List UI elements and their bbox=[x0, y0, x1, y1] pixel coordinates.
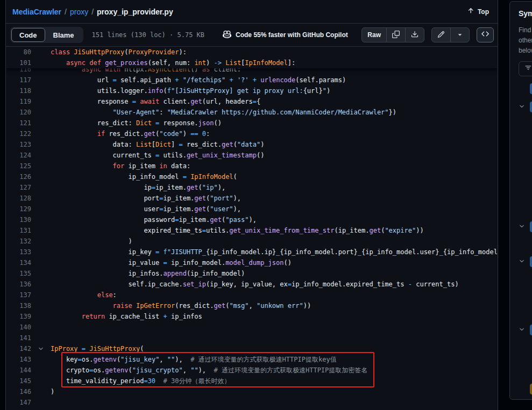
code-line-text: res_dict: Dict = response.json() bbox=[51, 118, 498, 128]
tab-code[interactable]: Code bbox=[11, 28, 45, 42]
gutter-space bbox=[31, 47, 51, 57]
chevron-down-icon[interactable] bbox=[519, 325, 525, 335]
line-number[interactable]: 141 bbox=[6, 333, 31, 343]
chevron-down-icon[interactable] bbox=[519, 222, 525, 232]
line-number[interactable]: 146 bbox=[6, 386, 31, 397]
line-number[interactable]: 136 bbox=[6, 279, 31, 290]
code-line: 126 ip_info_model = IpInfoModel( bbox=[6, 171, 498, 182]
line-number[interactable]: 120 bbox=[6, 107, 31, 118]
gutter-space bbox=[31, 118, 51, 128]
line-number[interactable]: 117 bbox=[6, 75, 31, 85]
line-number[interactable]: 145 bbox=[6, 376, 31, 386]
code-line-text: ip_infos.append(ip_info_model) bbox=[51, 268, 498, 279]
collapse-chevron-icon[interactable] bbox=[31, 343, 51, 354]
code-line-text: ip_key = f"JISUHTTP_{ip_info_model.ip}_{… bbox=[51, 247, 498, 257]
breadcrumb-file-name: proxy_ip_provider.py bbox=[97, 8, 173, 16]
code-line: 140 bbox=[6, 322, 498, 333]
line-number[interactable]: 80 bbox=[6, 47, 31, 57]
line-number[interactable]: 135 bbox=[6, 268, 31, 279]
code-line-text: url = self.api_path + "/fetchips" + '?' … bbox=[51, 75, 498, 85]
scroll-to-top-button[interactable]: Top bbox=[467, 7, 489, 16]
code-line: 117 url = self.api_path + "/fetchips" + … bbox=[6, 75, 498, 85]
code-line: 123 data: List[Dict] = res_dict.get("dat… bbox=[6, 139, 498, 150]
breadcrumb-repo-link[interactable]: MediaCrawler bbox=[12, 8, 61, 16]
code-line-text bbox=[51, 333, 498, 343]
line-number[interactable]: 101 bbox=[6, 57, 31, 68]
line-number[interactable]: 139 bbox=[6, 311, 31, 322]
code-line-text: utils.logger.info(f"[JiSuHttpProxy] get … bbox=[51, 85, 498, 96]
gutter-space bbox=[31, 161, 51, 171]
symbol-tree-item[interactable] bbox=[510, 322, 532, 337]
line-number[interactable]: 123 bbox=[6, 139, 31, 150]
copy-raw-button[interactable] bbox=[386, 28, 405, 42]
edit-file-button[interactable] bbox=[432, 28, 450, 42]
gutter-space bbox=[31, 290, 51, 300]
symbol-kind-badge bbox=[530, 83, 532, 94]
code-line-text: key=os.getenv("jisu_key", ""), # 通过环境变量的… bbox=[51, 354, 498, 365]
symbol-tree-item[interactable] bbox=[510, 99, 532, 114]
line-number[interactable]: 138 bbox=[6, 300, 31, 311]
code-line-text: for ip_item in data: bbox=[51, 161, 498, 171]
symbol-tree-item[interactable] bbox=[510, 219, 532, 234]
symbol-tree-item[interactable] bbox=[510, 254, 532, 269]
symbols-filter-input[interactable] bbox=[519, 61, 532, 76]
code-line: 124 current_ts = utils.get_unix_timestam… bbox=[6, 150, 498, 161]
symbol-tree-item[interactable] bbox=[510, 382, 532, 397]
line-number[interactable]: 137 bbox=[6, 290, 31, 300]
line-number[interactable]: 144 bbox=[6, 365, 31, 376]
symbols-panel: Symbols Find definitions and references … bbox=[509, 1, 532, 400]
line-number[interactable]: 121 bbox=[6, 118, 31, 128]
gutter-space bbox=[31, 75, 51, 85]
code-line: 142IpProxy = JiSuHttpProxy( bbox=[6, 343, 498, 354]
copilot-banner: Code 55% faster with GitHub Copilot bbox=[223, 30, 348, 40]
breadcrumb-dir-link[interactable]: proxy bbox=[70, 8, 88, 16]
chevron-down-icon[interactable] bbox=[519, 102, 525, 112]
symbol-tree-item[interactable] bbox=[510, 81, 532, 96]
gutter-space bbox=[31, 193, 51, 204]
symbols-desc-line: other symbols in this file by clicking a… bbox=[519, 35, 532, 46]
line-number[interactable]: 124 bbox=[6, 150, 31, 161]
line-number[interactable]: 129 bbox=[6, 204, 31, 214]
line-number[interactable]: 140 bbox=[6, 322, 31, 333]
raw-button-group: Raw bbox=[361, 27, 424, 42]
code-line-text: self.ip_cache.set_ip(ip_key, ip_value, e… bbox=[51, 279, 498, 290]
edit-options-dropdown[interactable] bbox=[450, 28, 469, 42]
line-number[interactable]: 132 bbox=[6, 236, 31, 247]
filter-icon bbox=[524, 64, 532, 74]
code-lines: 116 async with httpx.AsyncClient() as cl… bbox=[6, 47, 498, 408]
code-line: 119 response = await client.get(url, hea… bbox=[6, 96, 498, 107]
triangle-down-icon bbox=[456, 31, 464, 40]
gutter-space bbox=[31, 57, 51, 68]
code-symbols-icon bbox=[481, 30, 489, 40]
scroll-to-top-label: Top bbox=[478, 8, 489, 16]
code-line-text: return ip_cache_list + ip_infos bbox=[51, 311, 498, 322]
line-number[interactable]: 147 bbox=[6, 397, 31, 408]
code-line: 137 else: bbox=[6, 290, 498, 300]
line-number[interactable]: 128 bbox=[6, 193, 31, 204]
line-number[interactable]: 134 bbox=[6, 257, 31, 268]
line-number[interactable]: 122 bbox=[6, 128, 31, 139]
raw-button[interactable]: Raw bbox=[362, 28, 386, 42]
code-line: 132 ) bbox=[6, 236, 498, 247]
line-number[interactable]: 118 bbox=[6, 85, 31, 96]
code-line-text: ) bbox=[51, 386, 498, 397]
symbols-panel-toggle-button[interactable] bbox=[477, 27, 494, 42]
tab-blame[interactable]: Blame bbox=[45, 28, 82, 42]
line-number[interactable]: 143 bbox=[6, 354, 31, 365]
chevron-down-icon[interactable] bbox=[519, 257, 525, 267]
code-view: 116 async with httpx.AsyncClient() as cl… bbox=[6, 47, 498, 409]
code-line: 131 expired_time_ts=utils.get_unix_time_… bbox=[6, 225, 498, 236]
line-number[interactable]: 131 bbox=[6, 225, 31, 236]
line-number[interactable]: 125 bbox=[6, 161, 31, 171]
line-number[interactable]: 142 bbox=[6, 343, 31, 354]
gutter-space bbox=[31, 311, 51, 322]
line-number[interactable]: 127 bbox=[6, 182, 31, 193]
line-number[interactable]: 130 bbox=[6, 214, 31, 225]
download-raw-button[interactable] bbox=[405, 28, 424, 42]
line-number[interactable]: 133 bbox=[6, 247, 31, 257]
line-number[interactable]: 126 bbox=[6, 171, 31, 182]
code-line-text: ) bbox=[51, 236, 498, 247]
code-line-text: ip_value = ip_info_model.model_dump_json… bbox=[51, 257, 498, 268]
code-line: 127 ip=ip_item.get("ip"), bbox=[6, 182, 498, 193]
line-number[interactable]: 119 bbox=[6, 96, 31, 107]
